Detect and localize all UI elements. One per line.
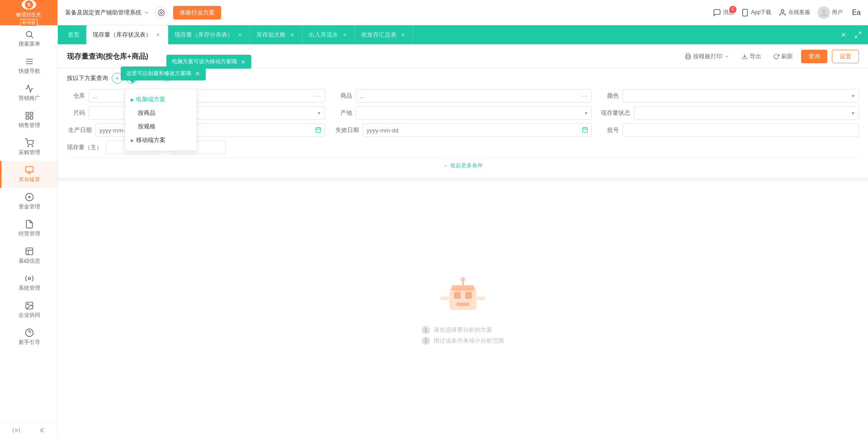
sidebar-item-operations[interactable]: 经营管理 [0, 215, 57, 242]
svg-rect-6 [26, 117, 29, 119]
svg-point-17 [28, 278, 31, 280]
app-download-label: App下载 [751, 9, 771, 16]
message-btn[interactable]: 消息 6 [713, 9, 734, 17]
system-title-text: 装备及固定资产辅助管理系统 [65, 9, 142, 17]
stock-status-select-wrap: ▼ [634, 106, 859, 120]
message-badge: 6 [729, 6, 736, 13]
tab-recv-send-label: 收发存汇总表 [361, 31, 396, 39]
settings-icon-btn[interactable] [155, 6, 168, 19]
sidebar-item-enterprise[interactable]: 企业协同 [0, 297, 57, 324]
tooltip-scheme-convert: 电脑方案可设为移动方案哦 ✕ [166, 55, 251, 69]
system-title-btn[interactable]: 装备及固定资产辅助管理系统 [65, 9, 150, 17]
svg-point-19 [28, 304, 29, 305]
sidebar-item-search[interactable]: 搜索菜单 [0, 25, 57, 52]
sidebar-item-basic[interactable]: 基础信息 [0, 242, 57, 269]
schema-item-sub2[interactable]: 按规格 [125, 120, 197, 133]
sidebar-item-label-system: 系统管理 [19, 284, 40, 292]
exp-date-input[interactable] [363, 123, 592, 137]
sidebar-item-guide[interactable]: 新手引导 [0, 324, 57, 351]
sidebar-item-label-finance: 资金管理 [19, 203, 40, 211]
page-title: 现存量查询(按仓库+商品) [67, 52, 148, 61]
color-label: 颜色 [601, 92, 619, 100]
tab-inventory-status[interactable]: 现存量（库存状况表） ✕ [86, 25, 168, 44]
goods-input[interactable] [356, 89, 592, 103]
empty-hint-2-text: 用过滤条件来缩小分析范围 [434, 337, 504, 345]
user-btn[interactable]: 用户 [817, 6, 843, 19]
tab-recv-send-close[interactable]: ✕ [399, 31, 406, 38]
sidebar-bottom [0, 422, 57, 438]
tab-batch-account[interactable]: 库存批次账 ✕ [250, 25, 302, 44]
content-area: 现存量查询(按仓库+商品) 按模板打印 [58, 44, 868, 438]
svg-rect-52 [440, 297, 449, 300]
trial-btn[interactable]: 体验行业方案 [173, 6, 221, 19]
query-btn[interactable]: 查询 [801, 50, 827, 63]
app-download-btn[interactable]: App下载 [741, 9, 771, 17]
refresh-btn[interactable]: 刷新 [769, 51, 797, 62]
top-header: 装备及固定资产辅助管理系统 体验行业方案 消息 6 [58, 0, 868, 25]
size-select[interactable] [89, 106, 325, 120]
svg-point-22 [15, 429, 18, 432]
tooltip2-close[interactable]: ✕ [195, 71, 200, 77]
sidebar-item-label-guide: 新手引导 [19, 339, 40, 346]
stock-status-select[interactable] [634, 106, 859, 120]
svg-rect-14 [26, 248, 33, 255]
sidebar-item-label-basic: 基础信息 [19, 257, 40, 265]
collapse-btn[interactable]: 收起更多条件 [443, 162, 483, 170]
tab-inventory-dist[interactable]: 现存量（库存分布表） ✕ [168, 25, 250, 44]
svg-line-3 [31, 36, 33, 38]
stock-main-label: 现存量（主） [67, 143, 102, 151]
sidebar-item-sales[interactable]: 销售管理 [0, 107, 57, 134]
sidebar-item-label-operations: 经营管理 [19, 230, 40, 238]
tab-inventory-status-close[interactable]: ✕ [154, 31, 161, 38]
sidebar-item-finance[interactable]: 资金管理 [0, 188, 57, 215]
color-select-wrap: ▼ [623, 89, 859, 103]
tab-inout-flow-label: 出入库流水 [309, 31, 338, 39]
export-btn[interactable]: 导出 [738, 51, 765, 62]
sidebar-item-label-marketing: 营销推广 [19, 94, 40, 102]
export-btn-label: 导出 [750, 52, 761, 61]
tab-inout-flow-close[interactable]: ✕ [341, 31, 348, 38]
settings-bottom-btn[interactable] [12, 426, 20, 434]
print-btn-label: 按模板打印 [693, 52, 722, 61]
empty-text: 1 请先选择要分析的方案 2 用过滤条件来缩小分析范围 [422, 326, 504, 348]
warehouse-input-wrap: ··· [89, 89, 325, 103]
sidebar-item-marketing[interactable]: 营销推广 [0, 80, 57, 107]
schema-item-pc[interactable]: ▶ 电脑端方案 [125, 93, 197, 106]
print-btn[interactable]: 按模板打印 [681, 51, 733, 62]
svg-line-31 [855, 35, 858, 38]
svg-rect-24 [743, 9, 748, 16]
svg-rect-53 [476, 297, 486, 300]
origin-select[interactable] [356, 106, 592, 120]
empty-hint-1: 1 请先选择要分析的方案 [422, 326, 504, 334]
sidebar-item-nav[interactable]: 快捷导航 [0, 52, 57, 80]
tab-inventory-dist-close[interactable]: ✕ [236, 31, 243, 38]
tab-expand-btn[interactable] [852, 28, 864, 41]
sidebar-item-purchase[interactable]: 采购管理 [0, 134, 57, 161]
filter-cell-exp-date: 失效日期 [334, 123, 592, 137]
user-label: 用户 [832, 9, 843, 16]
tab-bar: 首页 现存量（库存状况表） ✕ 现存量（库存分布表） ✕ 库存批次账 ✕ 出入库… [58, 25, 868, 44]
tab-batch-account-close[interactable]: ✕ [288, 31, 296, 38]
tooltip1-close[interactable]: ✕ [241, 59, 246, 65]
sidebar-item-inventory[interactable]: 库存核算 [0, 161, 57, 188]
main-area: 装备及固定资产辅助管理系统 体验行业方案 消息 6 [58, 0, 868, 438]
empty-hint-1-num: 1 [422, 326, 430, 334]
empty-hint-2: 2 用过滤条件来缩小分析范围 [422, 337, 504, 345]
online-support-btn[interactable]: 在线客服 [778, 9, 810, 17]
schema-item-sub1[interactable]: 按商品 [125, 106, 197, 120]
tab-inout-flow[interactable]: 出入库流水 ✕ [302, 25, 355, 44]
tab-recv-send[interactable]: 收发存汇总表 ✕ [355, 25, 413, 44]
sidebar-item-label-purchase: 采购管理 [19, 149, 40, 156]
collapse-sidebar-btn[interactable] [37, 426, 45, 434]
svg-point-23 [160, 12, 162, 14]
exp-date-label: 失效日期 [334, 126, 359, 134]
color-select[interactable] [623, 89, 859, 103]
origin-select-wrap: ▼ [356, 106, 592, 120]
sidebar-item-system[interactable]: 系统管理 [0, 269, 57, 297]
tab-home[interactable]: 首页 [61, 25, 86, 44]
warehouse-input[interactable] [89, 89, 325, 103]
schema-item-mobile[interactable]: ▶ 移动端方案 [125, 133, 197, 147]
tab-close-all-btn[interactable] [837, 28, 850, 41]
batch-input[interactable] [623, 123, 859, 137]
settings-filter-btn[interactable]: 设置 [832, 50, 859, 63]
